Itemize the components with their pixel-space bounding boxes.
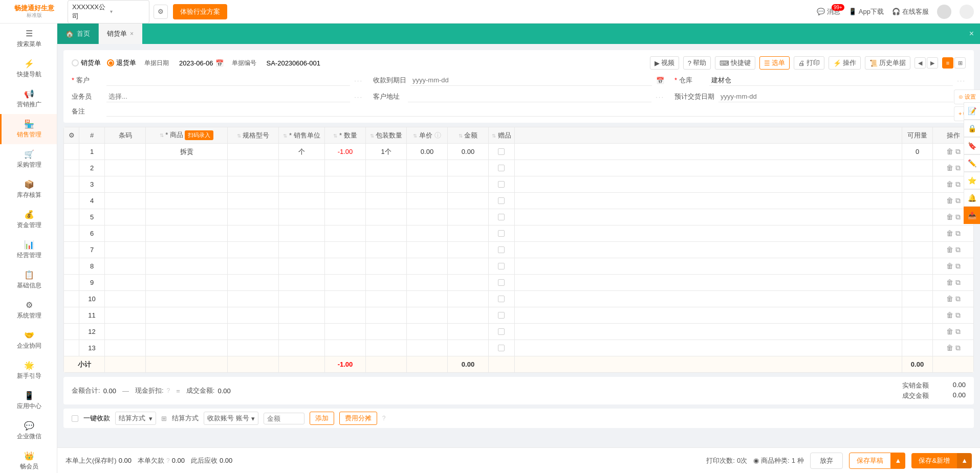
discount-help-icon[interactable]: ? <box>167 387 170 394</box>
row-barcode[interactable] <box>105 176 146 193</box>
row-price[interactable] <box>407 209 448 226</box>
gift-checkbox[interactable] <box>498 246 505 253</box>
sidebar-item-basic-info[interactable]: 📋 基础信息 <box>0 265 57 295</box>
row-spec[interactable] <box>228 275 279 291</box>
row-unit[interactable] <box>279 275 325 291</box>
action-btn[interactable]: ⚡ 操作 <box>829 56 861 70</box>
row-price[interactable] <box>407 307 448 324</box>
delete-row-btn[interactable]: 🗑 <box>946 196 953 205</box>
row-gift[interactable] <box>489 144 515 160</box>
row-price[interactable] <box>407 226 448 242</box>
row-product[interactable] <box>146 176 228 193</box>
row-price[interactable] <box>407 242 448 258</box>
row-pkg-qty[interactable] <box>366 275 407 291</box>
row-pkg-qty[interactable] <box>366 340 407 356</box>
delete-row-btn[interactable]: 🗑 <box>946 262 953 271</box>
rqb-upload[interactable]: 📤 <box>964 207 980 224</box>
tab-close-icon[interactable]: × <box>130 30 134 37</box>
save-draft-dropdown[interactable]: ▲ <box>891 453 906 469</box>
payment-method-select[interactable]: 结算方式 ▾ <box>115 412 156 425</box>
row-pkg-qty[interactable] <box>366 307 407 324</box>
row-spec[interactable] <box>228 144 279 160</box>
row-barcode[interactable] <box>105 340 146 356</box>
delete-row-btn[interactable]: 🗑 <box>946 229 953 238</box>
sort-icon-pkg[interactable]: ⇅ <box>370 133 374 139</box>
gift-checkbox[interactable] <box>498 165 505 171</box>
row-barcode[interactable] <box>105 144 146 160</box>
sort-icon-price[interactable]: ⇅ <box>413 133 417 139</box>
row-gift[interactable] <box>489 176 515 193</box>
row-barcode[interactable] <box>105 209 146 226</box>
row-barcode[interactable] <box>105 160 146 176</box>
gift-checkbox[interactable] <box>498 279 505 286</box>
row-qty[interactable] <box>325 307 366 324</box>
gift-checkbox[interactable] <box>498 312 505 319</box>
row-product[interactable]: 拆贡 <box>146 144 228 160</box>
row-product[interactable] <box>146 307 228 324</box>
row-spec[interactable] <box>228 258 279 275</box>
row-spec[interactable] <box>228 291 279 307</box>
tab-home[interactable]: 🏠 首页 <box>57 24 99 44</box>
row-gift[interactable] <box>489 291 515 307</box>
settings-icon[interactable]: ⚙ <box>154 5 168 19</box>
close-all-tabs-button[interactable]: × <box>963 29 980 38</box>
video-btn[interactable]: ▶ 视频 <box>650 56 679 70</box>
sort-icon-unit[interactable]: ⇅ <box>283 133 287 139</box>
row-gift[interactable] <box>489 324 515 340</box>
save-new-button[interactable]: 保存&新增 <box>911 453 957 468</box>
col-settings[interactable]: ⚙ <box>64 127 79 144</box>
one-click-checkbox[interactable] <box>72 415 78 422</box>
copy-row-btn[interactable]: ⧉ <box>955 344 961 352</box>
row-gift[interactable] <box>489 160 515 176</box>
help-btn[interactable]: ? 帮助 <box>683 56 711 70</box>
row-spec[interactable] <box>228 242 279 258</box>
payment-due-input[interactable] <box>410 75 652 86</box>
avatar-extra[interactable] <box>960 5 974 19</box>
row-product[interactable] <box>146 242 228 258</box>
price-help-icon[interactable]: ⓘ <box>434 131 441 139</box>
row-price[interactable] <box>407 340 448 356</box>
row-amount[interactable] <box>448 258 489 275</box>
row-amount[interactable] <box>448 176 489 193</box>
calendar-icon[interactable]: 📅 <box>215 59 224 67</box>
rqb-star[interactable]: ⭐ <box>964 172 980 189</box>
copy-row-btn[interactable]: ⧉ <box>955 327 961 336</box>
delete-row-btn[interactable]: 🗑 <box>946 245 953 254</box>
sidebar-item-operations[interactable]: 📊 经营管理 <box>0 235 57 265</box>
row-product[interactable] <box>146 258 228 275</box>
row-qty[interactable] <box>325 160 366 176</box>
sort-icon-qty[interactable]: ⇅ <box>333 133 337 139</box>
row-pkg-qty[interactable] <box>366 324 407 340</box>
row-qty[interactable]: -1.00 <box>325 144 366 160</box>
copy-row-btn[interactable]: ⧉ <box>955 164 961 172</box>
radio-sales[interactable]: 销货单 <box>72 58 101 67</box>
app-download-btn[interactable]: 📱 App下载 <box>848 7 884 16</box>
row-spec[interactable] <box>228 176 279 193</box>
row-qty[interactable] <box>325 242 366 258</box>
note-input[interactable] <box>106 106 966 117</box>
history-btn[interactable]: 📜 历史单据 <box>865 56 910 70</box>
sidebar-item-wechat[interactable]: 💬 企业微信 <box>0 416 57 446</box>
row-amount[interactable] <box>448 242 489 258</box>
row-qty[interactable] <box>325 340 366 356</box>
row-spec[interactable] <box>228 193 279 209</box>
row-unit[interactable] <box>279 340 325 356</box>
sidebar-item-marketing[interactable]: 📢 营销推广 <box>0 84 57 114</box>
owe-help-icon[interactable]: ? <box>166 457 170 464</box>
delete-row-btn[interactable]: 🗑 <box>946 213 953 221</box>
copy-row-btn[interactable]: ⧉ <box>955 213 961 221</box>
row-spec[interactable] <box>228 209 279 226</box>
warehouse-input[interactable] <box>709 75 953 86</box>
select-btn[interactable]: ☰ 选单 <box>759 56 790 70</box>
row-gift[interactable] <box>489 340 515 356</box>
sidebar-item-inventory[interactable]: 📦 库存核算 <box>0 174 57 205</box>
row-price[interactable] <box>407 193 448 209</box>
row-qty[interactable] <box>325 209 366 226</box>
row-barcode[interactable] <box>105 242 146 258</box>
delete-row-btn[interactable]: 🗑 <box>946 278 953 287</box>
delete-row-btn[interactable]: 🗑 <box>946 295 953 303</box>
gift-checkbox[interactable] <box>498 214 505 220</box>
row-product[interactable] <box>146 291 228 307</box>
date-field[interactable]: 2023-06-06 📅 <box>179 59 224 67</box>
prev-btn[interactable]: ◀ <box>914 57 926 69</box>
